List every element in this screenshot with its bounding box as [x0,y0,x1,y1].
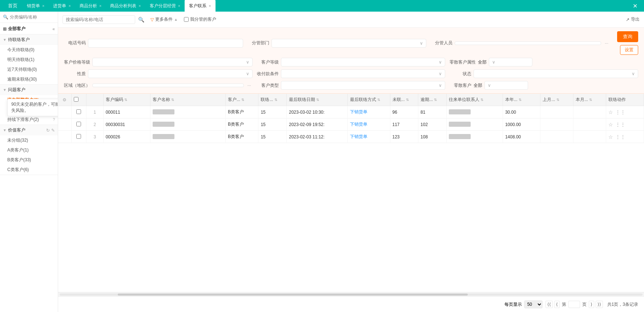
table-header-last-month[interactable]: 上月... ⇅ [540,94,573,106]
sidebar-item-b-class[interactable]: B类客户(33) [0,155,58,165]
nav-customer-layer[interactable]: 客户分层经营 × [145,0,185,12]
action-contact-icon[interactable]: ☆ [608,134,613,140]
filter-zero-customer-select[interactable]: ∨ [484,81,528,90]
more-button[interactable]: ··· [603,41,610,46]
nav-customer-contact[interactable]: 客户联系 × [185,0,215,12]
close-all-button[interactable]: ✕ [629,3,641,9]
row-last-way[interactable]: 下销货单 [348,106,390,118]
more-button[interactable]: ··· [246,83,253,88]
table-header-last-date[interactable]: 最后联络日期 ⇅ [287,94,348,106]
sidebar-group-value-header[interactable]: ▼ 价值客户 ↻ ✎ [0,125,58,135]
refresh-icon[interactable]: ↻ [46,128,50,133]
table-header-checkbox[interactable] [71,94,86,106]
filter-status-select[interactable]: ∨ [474,69,638,78]
row-checkbox-cell[interactable] [71,106,86,118]
page-number-input[interactable]: 1 [568,301,580,308]
sidebar-group-pending-header[interactable]: ▼ 待联络客户 [0,35,58,45]
sort-icon[interactable]: ⇅ [434,98,437,102]
sort-icon[interactable]: ⇅ [171,98,174,102]
filter-customer-level-select[interactable]: ∨ [281,58,446,66]
sidebar-item-overdue[interactable]: 逾期未联络(30) [0,74,58,84]
last-way-link[interactable]: 下销货单 [350,134,367,139]
prev-page-button[interactable]: ⟨ [554,301,560,308]
more-conditions-button[interactable]: ▽ 更多条件 ▲ [147,15,181,24]
action-contact-icon[interactable]: ☆ [608,122,613,127]
my-customers-checkbox[interactable]: 我分管的客户 [184,16,216,23]
row-checkbox[interactable] [76,122,81,126]
action-more-icon[interactable]: ⋮⋮ [615,134,625,140]
sidebar-item-a-class[interactable]: A类客户(1) [0,145,58,155]
table-settings-icon[interactable]: ⚙ [58,94,71,106]
search-icon[interactable]: 🔍 [3,15,8,20]
table-header-corp-contact[interactable]: 往来单位联系人 ⇅ [446,94,503,106]
sort-icon[interactable]: ⇅ [377,98,380,102]
row-checkbox-cell[interactable] [71,131,86,143]
sidebar-item-week[interactable]: 近7天待联络(0) [0,65,58,74]
sort-icon[interactable]: ⇅ [316,98,319,102]
close-icon[interactable]: × [42,4,44,8]
per-page-select[interactable]: 50 20 100 [524,300,543,308]
last-page-button[interactable]: ⟩⟩ [596,301,603,308]
row-last-way[interactable]: 下销货单 [348,118,390,131]
row-checkbox-cell[interactable] [71,118,86,131]
first-page-button[interactable]: ⟨⟨ [546,301,553,308]
filter-phone-input[interactable] [88,39,243,48]
sidebar-item-ungrouped[interactable]: 未分组(32) [0,135,58,145]
export-button[interactable]: ↗ 导出 [626,16,640,23]
sort-icon[interactable]: ⇅ [124,98,127,102]
table-header-name[interactable]: 客户名称 ⇅ [150,94,225,106]
filter-nature-select[interactable]: ∨ [88,69,253,78]
sort-icon[interactable]: ⇅ [519,98,522,102]
action-contact-icon[interactable]: ☆ [608,109,613,115]
nav-home[interactable]: 首页 [3,0,23,12]
sort-icon[interactable]: ⇅ [556,98,559,102]
close-icon[interactable]: × [68,4,71,8]
next-page-button[interactable]: ⟩ [589,301,594,308]
sort-icon[interactable]: ⇅ [480,98,483,102]
scrollbar-thumb[interactable] [118,293,467,296]
row-last-way[interactable]: 下销货单 [348,131,390,143]
scrollbar-track[interactable] [60,293,643,296]
collapse-icon[interactable]: « [52,27,55,32]
settings-button[interactable]: 设置 [620,45,638,55]
action-more-icon[interactable]: ⋮⋮ [615,109,625,115]
close-icon[interactable]: × [209,4,211,8]
filter-region-select[interactable] [92,84,244,87]
nav-sales-order[interactable]: 销货单 × [23,0,49,12]
action-more-icon[interactable]: ⋮⋮ [615,122,625,127]
table-header-uncontact[interactable]: 未联... ⇅ [390,94,418,106]
filter-customer-type-select[interactable]: ∨ [281,81,446,90]
edit-icon[interactable]: ✎ [51,128,55,133]
sidebar-group-problem-header[interactable]: ▼ 问题客户 [0,85,58,95]
filter-payment-terms-select[interactable]: ∨ [281,69,446,78]
close-icon[interactable]: × [99,4,101,8]
filter-manager-select[interactable] [455,41,601,45]
filter-search-input[interactable] [63,15,135,24]
table-header-contact[interactable]: 联络... ⇅ [258,94,287,106]
last-way-link[interactable]: 下销货单 [350,109,367,114]
horizontal-scrollbar[interactable] [58,292,644,296]
sidebar-item-declining[interactable]: 持续下滑客户(2) ? [0,115,58,125]
sidebar-item-today[interactable]: 今天待联络(0) [0,45,58,55]
sidebar-item-c-class[interactable]: C类客户(6) [0,165,58,175]
sidebar-all-customers[interactable]: ⊞ 全部客户 « [0,23,58,35]
query-button[interactable]: 查询 [617,31,638,42]
sort-icon[interactable]: ⇅ [274,98,277,102]
filter-zero-attribute-select[interactable]: ∨ [489,58,532,66]
row-checkbox[interactable] [76,109,81,114]
filter-price-level-select[interactable]: ∨ [92,58,253,66]
close-icon[interactable]: × [178,4,180,8]
nav-product-analysis[interactable]: 商品分析 × [75,0,106,12]
select-all-checkbox[interactable] [74,97,79,102]
sort-icon[interactable]: ⇅ [241,98,244,102]
table-header-last-way[interactable]: 最后联络方式 ⇅ [348,94,390,106]
my-customers-checkbox-input[interactable] [184,17,189,22]
last-way-link[interactable]: 下销货单 [350,122,367,127]
table-header-this-month[interactable]: 本月... ⇅ [573,94,606,106]
sidebar-item-tomorrow[interactable]: 明天待联络(1) [0,55,58,65]
nav-purchase-order[interactable]: 进货单 × [49,0,75,12]
nav-product-analysis-list[interactable]: 商品分析列表 × [106,0,145,12]
table-header-this-year[interactable]: 本年... ⇅ [503,94,540,106]
filter-department-select[interactable]: ∨ [271,39,427,48]
filter-search-icon[interactable]: 🔍 [138,17,144,23]
